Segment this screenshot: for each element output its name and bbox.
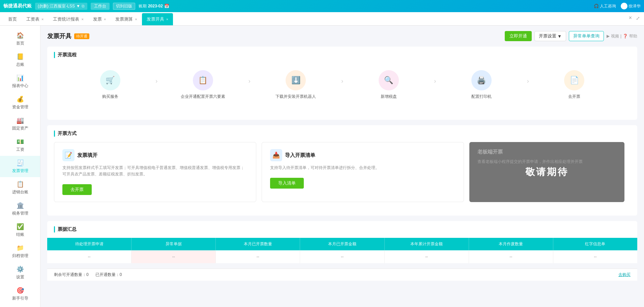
tab-invoice-calc[interactable]: 发票测算 × xyxy=(111,13,142,25)
period-value: 2023-02 xyxy=(148,4,163,8)
company-selector[interactable]: (勿删) 江西服室-LSS ▼ ⧉ xyxy=(35,3,87,10)
flow-step-5-label: 配置打印机 xyxy=(471,94,492,100)
tab-salary-close[interactable]: × xyxy=(41,17,43,21)
instant-open-btn[interactable]: 立即开通 xyxy=(505,31,532,41)
footer-left: 剩余可开通数量：0 已开通数量：0 xyxy=(54,272,122,278)
flow-step-2[interactable]: 📋 企业开通配置开票六要素 xyxy=(160,70,245,100)
sidebar-item-finance[interactable]: 💰 资金管理 xyxy=(0,92,40,113)
sidebar-item-settings[interactable]: ⚙️ 设置 xyxy=(0,262,40,283)
period-selector[interactable]: 账期 2023-02 📅 xyxy=(139,3,169,9)
flow-step-1-icon: 🛒 xyxy=(100,70,120,90)
flow-step-1[interactable]: 🛒 购买服务 xyxy=(67,70,153,100)
sidebar-item-archive-label: 归档管理 xyxy=(12,253,28,259)
flow-step-2-label: 企业开通配置开票六要素 xyxy=(181,94,225,100)
user-avatar[interactable]: 徐泽华 xyxy=(621,3,641,9)
company-name: (勿删) 江西服室-LSS xyxy=(38,3,75,9)
sidebar-item-sales[interactable]: 📋 进销台账 xyxy=(0,177,40,198)
sidebar-item-home[interactable]: 🏠 首页 xyxy=(0,28,40,50)
workstation-btn[interactable]: 工作台 xyxy=(91,3,110,10)
finance-icon: 💰 xyxy=(17,95,24,103)
invoice-mgmt-icon: 🧾 xyxy=(17,159,24,167)
tab-salary[interactable]: 工资表 × xyxy=(22,13,48,25)
sidebar-item-guide[interactable]: 🎯 新手引导 xyxy=(0,283,40,305)
flow-step-3-label: 下载并安装开票机器人 xyxy=(275,94,316,100)
sidebar-item-reports[interactable]: 📊 报表中心 xyxy=(0,71,40,92)
content-area: 发票开具 待开通 立即开通 开票设置 ▼ 异常单单查询 ▶ 视频 | ❓ 帮助 xyxy=(40,26,644,307)
brand-logo: 畅捷通易代账 xyxy=(3,3,32,9)
page-title: 发票开具 xyxy=(47,32,71,40)
sidebar-item-sales-label: 进销台账 xyxy=(12,189,28,195)
abnormal-query-btn[interactable]: 异常单单查询 xyxy=(569,31,604,41)
tab-salary-stats[interactable]: 工资统计报表 × xyxy=(48,13,88,25)
sidebar-item-checkout[interactable]: ✅ 结账 xyxy=(0,220,40,241)
billing-methods-title: 开票方式 xyxy=(54,131,631,137)
sidebar-item-archive[interactable]: 📁 归档管理 xyxy=(0,241,40,262)
sidebar-item-salary[interactable]: 💵 工资 xyxy=(0,135,40,156)
sidebar-item-assets[interactable]: 🏭 固定资产 xyxy=(0,113,40,135)
view-label: 视频 xyxy=(611,33,619,39)
top-bar-left: 畅捷通易代账 (勿删) 江西服室-LSS ▼ ⧉ 工作台 切到旧版 账期 202… xyxy=(3,3,169,10)
flow-step-4[interactable]: 🔍 新增税盘 xyxy=(346,70,431,100)
opened-label: 已开通数量：0 xyxy=(95,272,122,278)
nav-tabs-row: 首页 工资表 × 工资统计报表 × 发票 × 发票测算 × 发票开具 × × ⤢ xyxy=(0,12,644,26)
open-settings-label: 开票设置 xyxy=(539,33,556,39)
sidebar-item-invoice-mgmt[interactable]: 🧾 发票管理 xyxy=(0,156,40,177)
headset-icon: 🎧 xyxy=(594,4,599,8)
flow-step-1-label: 购买服务 xyxy=(102,94,118,100)
sidebar-item-assets-label: 固定资产 xyxy=(12,125,28,131)
flow-step-3-icon: ⬇️ xyxy=(286,70,306,90)
salary-icon: 💵 xyxy=(17,138,24,145)
sidebar-item-vip[interactable]: 👑 畅会员 xyxy=(0,305,40,307)
remaining-label: 剩余可开通数量：0 xyxy=(54,272,89,278)
flow-arrow-2: › xyxy=(248,78,251,92)
flow-arrow-5: › xyxy=(527,78,529,92)
tab-invoice-issue[interactable]: 发票开具 × xyxy=(142,13,173,25)
switch-version-btn[interactable]: 切到旧版 xyxy=(113,3,135,10)
tabs-resize-btn[interactable]: ⤢ xyxy=(636,16,640,21)
import-list-btn[interactable]: 导入清单 xyxy=(270,178,304,189)
tab-invoice-calc-close[interactable]: × xyxy=(135,17,137,21)
flow-step-3[interactable]: ⬇️ 下载并安装开票机器人 xyxy=(253,70,339,100)
summary-section: 票据汇总 待处理开票申请 异常单据 本月已开票数量 本月已开票金额 本年累计开票… xyxy=(47,221,637,263)
assets-icon: 🏭 xyxy=(17,117,24,124)
flow-step-6[interactable]: 📄 去开票 xyxy=(532,70,617,100)
summary-section-title: 票据汇总 xyxy=(54,226,631,232)
flow-section-title: 开票流程 xyxy=(54,52,631,58)
sidebar-item-ledger[interactable]: 📒 总账 xyxy=(0,50,40,71)
summary-cell-5: -- xyxy=(469,250,553,263)
sidebar-item-tax[interactable]: 🏛️ 税务管理 xyxy=(0,198,40,220)
tab-invoice-issue-label: 发票开具 xyxy=(147,16,164,22)
flow-step-2-icon: 📋 xyxy=(193,70,213,90)
tab-invoice[interactable]: 发票 × xyxy=(88,13,111,25)
guide-icon: 🎯 xyxy=(17,287,24,294)
flow-arrow-1: › xyxy=(155,78,157,92)
period-calendar-icon[interactable]: 📅 xyxy=(164,4,169,8)
top-bar-right: 🎧 人工咨询 徐泽华 xyxy=(594,3,641,9)
tab-salary-stats-close[interactable]: × xyxy=(81,17,83,21)
sidebar-item-tax-label: 税务管理 xyxy=(12,211,28,216)
customer-service-btn[interactable]: 🎧 人工咨询 xyxy=(594,3,616,9)
manual-fill-icon: 📝 xyxy=(62,149,75,161)
flow-step-4-label: 新增税盘 xyxy=(381,94,397,100)
manual-fill-btn[interactable]: 去开票 xyxy=(62,184,92,195)
flow-arrow-4: › xyxy=(434,78,436,92)
flow-section: 开票流程 🛒 购买服务 › 📋 企业开通配置开票六要素 › ⬇️ 下载并安装开票… xyxy=(47,47,637,120)
company-dropdown-icon[interactable]: ▼ xyxy=(76,4,80,8)
summary-col-5: 本月作废数量 xyxy=(469,238,553,250)
manual-fill-card: 📝 发票填开 支持按照发票样式手工填写开发票；可开具增值税电子普通发票、增值税普… xyxy=(54,142,256,202)
copy-icon[interactable]: ⧉ xyxy=(82,4,85,8)
flow-step-5[interactable]: 🖨️ 配置打印机 xyxy=(439,70,524,100)
goto-buy-link[interactable]: 去购买 xyxy=(618,272,631,278)
flow-step-6-icon: 📄 xyxy=(564,70,584,90)
tab-invoice-close[interactable]: × xyxy=(104,17,106,21)
help-icon: ❓ xyxy=(623,34,628,38)
open-settings-btn[interactable]: 开票设置 ▼ xyxy=(534,31,566,41)
tab-salary-label: 工资表 xyxy=(26,16,39,22)
page-actions: 立即开通 开票设置 ▼ 异常单单查询 ▶ 视频 | ❓ 帮助 xyxy=(505,31,637,41)
tab-invoice-issue-close[interactable]: × xyxy=(166,17,168,21)
footer-bar: 剩余可开通数量：0 已开通数量：0 去购买 xyxy=(47,269,637,281)
summary-col-4: 本年累计开票金额 xyxy=(385,238,469,250)
tabs-close-all-btn[interactable]: × xyxy=(629,15,632,21)
status-badge: 待开通 xyxy=(74,33,89,39)
tab-home[interactable]: 首页 xyxy=(3,13,22,25)
